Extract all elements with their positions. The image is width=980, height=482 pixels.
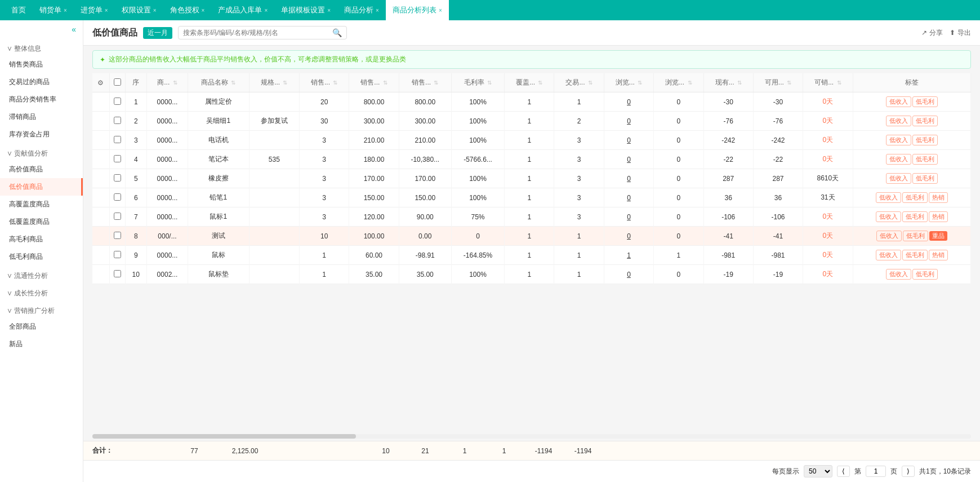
row-checkbox[interactable] xyxy=(114,270,121,277)
row-browse1[interactable]: 0 xyxy=(604,150,653,169)
col-name[interactable]: 商品名称 ⇅ xyxy=(188,73,249,92)
nav-close-icon[interactable]: × xyxy=(64,7,67,14)
row-checkbox[interactable] xyxy=(114,136,121,143)
row-browse1[interactable]: 1 xyxy=(604,246,653,265)
row-checkbox[interactable] xyxy=(114,98,121,105)
nav-item[interactable]: 产成品入库单 × xyxy=(211,0,274,20)
row-browse1[interactable]: 0 xyxy=(604,265,653,284)
nav-item[interactable]: 单据模板设置 × xyxy=(274,0,337,20)
sidebar-group-title[interactable]: ∨ 营销推广分析 xyxy=(0,300,83,318)
nav-close-icon[interactable]: × xyxy=(202,7,205,14)
search-icon[interactable]: 🔍 xyxy=(332,28,342,37)
row-checkbox-cell[interactable] xyxy=(109,188,125,207)
col-checkbox[interactable] xyxy=(109,73,125,92)
row-browse1[interactable]: 0 xyxy=(604,207,653,227)
col-avail[interactable]: 可用... ⇅ xyxy=(753,73,803,92)
row-checkbox-cell[interactable] xyxy=(109,227,125,246)
table-container[interactable]: ⚙ 序 商... ⇅ 商品名称 ⇅ 规格... ⇅ 销售... ⇅ 销售... … xyxy=(83,73,980,434)
sidebar-item[interactable]: 库存资金占用 xyxy=(0,126,83,143)
row-checkbox[interactable] xyxy=(114,193,121,201)
row-checkbox[interactable] xyxy=(114,117,121,124)
nav-item[interactable]: 首页 xyxy=(5,0,33,20)
sidebar-item[interactable]: 销售类商品 xyxy=(0,56,83,73)
col-cover[interactable]: 覆盖... ⇅ xyxy=(505,73,554,92)
row-browse-link[interactable]: 0 xyxy=(627,213,631,221)
sidebar-group-title[interactable]: ∨ 成长性分析 xyxy=(0,283,83,300)
row-browse-link[interactable]: 0 xyxy=(627,175,631,183)
sidebar-item[interactable]: 滞销商品 xyxy=(0,108,83,126)
nav-item[interactable]: 销货单 × xyxy=(33,0,74,20)
row-checkbox[interactable] xyxy=(114,155,121,162)
row-checkbox-cell[interactable] xyxy=(109,112,125,131)
period-tag-button[interactable]: 近一月 xyxy=(143,27,172,39)
sidebar-item[interactable]: 交易过的商品 xyxy=(0,73,83,91)
row-checkbox[interactable] xyxy=(114,232,121,239)
sidebar-item[interactable]: 全部商品 xyxy=(0,318,83,335)
nav-item[interactable]: 角色授权 × xyxy=(163,0,212,20)
row-checkbox[interactable] xyxy=(114,174,121,182)
sidebar-group-title[interactable]: ∨ 整体信息 xyxy=(0,38,83,56)
sidebar-item[interactable]: 商品分类销售率 xyxy=(0,91,83,108)
row-browse-link[interactable]: 0 xyxy=(627,271,631,278)
col-spec[interactable]: 规格... ⇅ xyxy=(249,73,299,92)
col-s2[interactable]: 销售... ⇅ xyxy=(349,73,399,92)
col-settings[interactable]: ⚙ xyxy=(92,73,109,92)
sidebar-item[interactable]: 低毛利商品 xyxy=(0,248,83,266)
row-checkbox[interactable] xyxy=(114,213,121,220)
col-current[interactable]: 现有... ⇅ xyxy=(703,73,753,92)
row-browse1[interactable]: 0 xyxy=(604,92,653,112)
nav-close-icon[interactable]: × xyxy=(439,7,442,14)
row-browse1[interactable]: 0 xyxy=(604,131,653,150)
nav-item[interactable]: 商品分析列表 × xyxy=(386,0,449,20)
col-gross[interactable]: 毛利率 ⇅ xyxy=(451,73,504,92)
sidebar-group-title[interactable]: ∨ 贡献值分析 xyxy=(0,143,83,161)
page-size-select[interactable]: 50 100 xyxy=(804,465,832,477)
row-browse1[interactable]: 0 xyxy=(604,227,653,246)
sidebar-item[interactable]: 高毛利商品 xyxy=(0,231,83,248)
row-checkbox-cell[interactable] xyxy=(109,265,125,284)
row-browse-link[interactable]: 0 xyxy=(627,232,631,240)
row-browse-link[interactable]: 1 xyxy=(627,251,631,259)
row-browse1[interactable]: 0 xyxy=(604,169,653,188)
search-input[interactable] xyxy=(183,29,330,37)
col-browse2[interactable]: 浏览... ⇅ xyxy=(654,73,703,92)
row-browse1[interactable]: 0 xyxy=(604,188,653,207)
col-salable[interactable]: 可销... ⇅ xyxy=(803,73,853,92)
sidebar-collapse-button[interactable]: « xyxy=(0,20,83,38)
row-browse-link[interactable]: 0 xyxy=(627,194,631,202)
first-page-button[interactable]: ⟨ xyxy=(837,466,850,477)
row-browse-link[interactable]: 0 xyxy=(627,156,631,163)
row-browse-link[interactable]: 0 xyxy=(627,98,631,106)
nav-close-icon[interactable]: × xyxy=(105,7,108,14)
nav-close-icon[interactable]: × xyxy=(153,7,157,14)
scrollbar-thumb[interactable] xyxy=(92,434,356,439)
nav-item[interactable]: 商品分析 × xyxy=(337,0,386,20)
nav-item[interactable]: 权限设置 × xyxy=(115,0,163,20)
row-browse-link[interactable]: 0 xyxy=(627,136,631,144)
row-browse-link[interactable]: 0 xyxy=(627,117,631,125)
row-checkbox-cell[interactable] xyxy=(109,150,125,169)
select-all-checkbox[interactable] xyxy=(114,78,121,86)
row-checkbox-cell[interactable] xyxy=(109,169,125,188)
sidebar-item[interactable]: 新品 xyxy=(0,335,83,353)
sidebar-item[interactable]: 低价值商品 xyxy=(0,178,83,196)
row-checkbox[interactable] xyxy=(114,251,121,258)
row-checkbox-cell[interactable] xyxy=(109,207,125,227)
page-number-input[interactable] xyxy=(866,466,886,477)
export-button[interactable]: ⬆ 导出 xyxy=(950,28,971,38)
col-browse1[interactable]: 浏览... ⇅ xyxy=(604,73,653,92)
row-checkbox-cell[interactable] xyxy=(109,92,125,112)
col-trade[interactable]: 交易... ⇅ xyxy=(554,73,604,92)
row-checkbox-cell[interactable] xyxy=(109,131,125,150)
sidebar-item[interactable]: 低覆盖度商品 xyxy=(0,213,83,231)
sidebar-item[interactable]: 高覆盖度商品 xyxy=(0,196,83,213)
row-checkbox-cell[interactable] xyxy=(109,246,125,265)
share-button[interactable]: ↗ 分享 xyxy=(921,28,943,38)
col-s3[interactable]: 销售... ⇅ xyxy=(399,73,451,92)
horizontal-scrollbar[interactable] xyxy=(92,434,971,439)
col-code[interactable]: 商... ⇅ xyxy=(147,73,188,92)
row-browse1[interactable]: 0 xyxy=(604,112,653,131)
col-s1[interactable]: 销售... ⇅ xyxy=(299,73,349,92)
next-page-button[interactable]: ⟩ xyxy=(902,466,915,477)
sidebar-group-title[interactable]: ∨ 流通性分析 xyxy=(0,266,83,283)
